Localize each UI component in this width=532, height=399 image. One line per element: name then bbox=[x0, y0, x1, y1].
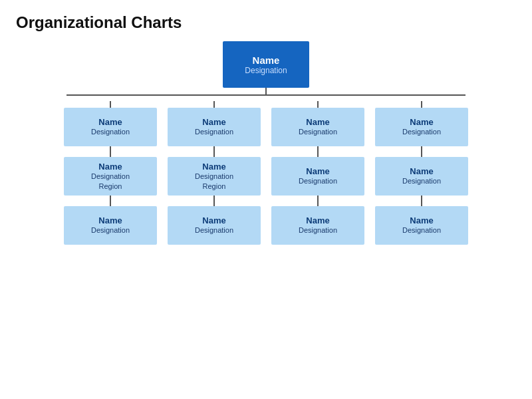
vline-col4-l2-l3 bbox=[421, 196, 422, 206]
col4-l2-desig: Designation bbox=[402, 176, 441, 186]
col1-level2-box: Name Designation Region bbox=[64, 157, 157, 196]
col2-level3-box: Name Designation bbox=[168, 206, 261, 245]
vline-col3-l2-l3 bbox=[317, 196, 319, 206]
drop-line-col1 bbox=[110, 101, 111, 108]
col2-l2-name: Name bbox=[202, 162, 225, 172]
col3-level3-box: Name Designation bbox=[271, 206, 364, 245]
col3-l2-desig: Designation bbox=[299, 176, 337, 186]
col3-level2-box: Name Designation bbox=[271, 157, 364, 196]
drop-line-col4 bbox=[421, 101, 422, 108]
col1-l3-desig: Designation bbox=[91, 225, 130, 235]
column-3: Name Designation Name Designation Name D… bbox=[271, 101, 364, 245]
top-connector bbox=[60, 88, 472, 101]
col1-l1-desig: Designation bbox=[91, 127, 130, 136]
col1-l3-name: Name bbox=[98, 215, 122, 225]
col2-level2-box: Name Designation Region bbox=[168, 157, 261, 196]
root-name: Name bbox=[253, 55, 280, 66]
col4-level3-box: Name Designation bbox=[375, 206, 468, 245]
drop-line-col2 bbox=[213, 101, 215, 108]
col4-l1-name: Name bbox=[410, 117, 433, 127]
col1-level3-box: Name Designation bbox=[64, 206, 157, 245]
column-1: Name Designation Name Designation Region… bbox=[64, 101, 157, 245]
col4-l1-desig: Designation bbox=[402, 127, 441, 136]
org-chart: Name Designation Name Designation Name D… bbox=[16, 41, 516, 245]
level1-row: Name Designation Name Designation Region… bbox=[60, 101, 472, 245]
col2-level1-box: Name Designation bbox=[168, 108, 261, 146]
col2-l2-desig: Designation Region bbox=[195, 172, 233, 191]
column-2: Name Designation Name Designation Region… bbox=[168, 101, 261, 245]
col2-l1-desig: Designation bbox=[195, 127, 233, 136]
root-box: Name Designation bbox=[223, 41, 309, 88]
col2-l1-name: Name bbox=[202, 117, 225, 127]
col4-l3-desig: Designation bbox=[402, 225, 441, 235]
col2-l3-desig: Designation bbox=[195, 225, 233, 235]
vline-col4-l1-l2 bbox=[421, 146, 422, 157]
col3-level1-box: Name Designation bbox=[271, 108, 364, 146]
vline-col1-l1-l2 bbox=[110, 146, 111, 157]
col1-l1-name: Name bbox=[98, 117, 122, 127]
vline-col1-l2-l3 bbox=[110, 196, 111, 206]
col1-l2-name: Name bbox=[98, 162, 122, 172]
col3-l3-desig: Designation bbox=[299, 225, 337, 235]
page-title: Organizational Charts bbox=[16, 13, 516, 32]
column-4: Name Designation Name Designation Name D… bbox=[375, 101, 468, 245]
col1-level1-box: Name Designation bbox=[64, 108, 157, 146]
col3-l3-name: Name bbox=[306, 215, 329, 225]
col1-l2-desig: Designation Region bbox=[91, 172, 130, 191]
col3-l1-desig: Designation bbox=[299, 127, 337, 136]
vline-col2-l2-l3 bbox=[213, 196, 215, 206]
col3-l1-name: Name bbox=[306, 117, 329, 127]
vline-col2-l1-l2 bbox=[213, 146, 215, 157]
col4-level2-box: Name Designation bbox=[375, 157, 468, 196]
vline-col3-l1-l2 bbox=[317, 146, 319, 157]
col4-l2-name: Name bbox=[410, 166, 433, 176]
drop-line-col3 bbox=[317, 101, 319, 108]
col3-l2-name: Name bbox=[306, 166, 329, 176]
root-designation: Designation bbox=[245, 66, 287, 75]
col2-l3-name: Name bbox=[202, 215, 225, 225]
col4-level1-box: Name Designation bbox=[375, 108, 468, 146]
col4-l3-name: Name bbox=[410, 215, 433, 225]
root-column: Name Designation bbox=[223, 41, 309, 88]
